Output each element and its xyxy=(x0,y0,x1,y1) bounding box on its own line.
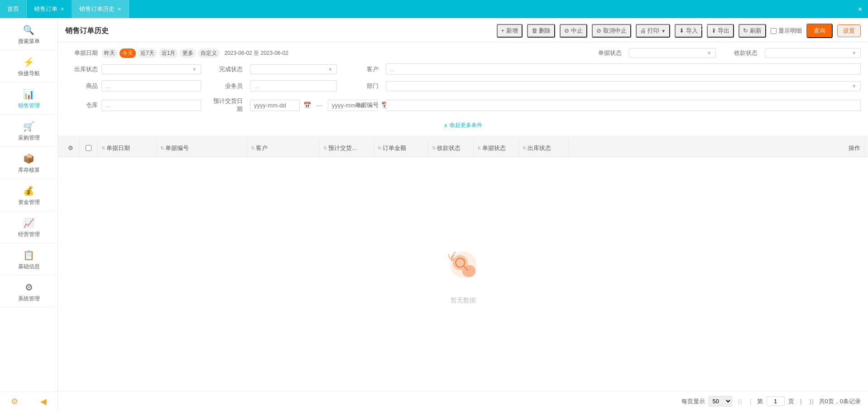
date-7days-btn[interactable]: 近7天 xyxy=(138,48,157,58)
sidebar-item-basic-info[interactable]: 📋 基础信息 xyxy=(0,243,58,276)
th-outstatus[interactable]: ⇅ 出库状态 xyxy=(519,139,569,157)
print-button[interactable]: 🖨 打印 ▼ xyxy=(636,24,671,38)
th-payment-label: 收款状态 xyxy=(437,144,460,152)
complete-status-group: 完成状态 ▼ xyxy=(210,64,337,74)
sidebar-item-system[interactable]: ⚙ 系统管理 xyxy=(0,276,58,308)
dept-arrow-icon: ▼ xyxy=(852,83,857,89)
th-outstatus-label: 出库状态 xyxy=(528,144,551,152)
date-separator: 至 xyxy=(254,50,260,56)
select-all-checkbox[interactable] xyxy=(86,145,91,151)
warehouse-ellipsis: ... xyxy=(106,102,110,109)
delivery-date-group: 预计交货日期 📅 — 📅 xyxy=(210,97,337,113)
delete-button[interactable]: 🗑 删除 xyxy=(527,24,556,38)
salesperson-field[interactable]: ... xyxy=(250,80,337,92)
date-1month-btn[interactable]: 近1月 xyxy=(159,48,178,58)
settings-button[interactable]: 设置 xyxy=(837,24,861,37)
date-custom-btn[interactable]: 自定义 xyxy=(198,48,220,58)
dept-select[interactable]: ▼ xyxy=(386,81,861,91)
th-settings[interactable]: ⚙ xyxy=(62,139,80,157)
date-end: 2023-06-02 xyxy=(260,50,288,56)
page-size-select[interactable]: 50 10 20 100 xyxy=(709,396,732,406)
sidebar-item-operations[interactable]: 📈 经营管理 xyxy=(0,211,58,243)
th-docnum-label: 单据编号 xyxy=(165,144,189,152)
th-amount[interactable]: ⇅ 订单金额 xyxy=(374,139,428,157)
new-button[interactable]: + 新增 xyxy=(497,24,523,38)
stop-button[interactable]: ⊘ 中止 xyxy=(560,24,587,38)
sidebar-item-quick-nav[interactable]: ⚡ 快捷导航 xyxy=(0,50,58,82)
sidebar-item-finance[interactable]: 💰 资金管理 xyxy=(0,179,58,211)
collapse-button[interactable]: ∧ 收起更多条件 xyxy=(65,119,861,130)
collapse-up-icon: ∧ xyxy=(444,122,448,129)
tab-home[interactable]: 首页 xyxy=(0,0,27,18)
doc-number-input[interactable] xyxy=(386,100,861,111)
th-date[interactable]: ⇅ 单据日期 xyxy=(98,139,157,157)
sidebar-settings-icon[interactable]: ⚙ xyxy=(11,396,18,406)
top-bar: 首页 销售订单 ✕ 销售订单历史 ✕ ✕ OfTEn xyxy=(0,0,868,18)
customer-field[interactable]: ... xyxy=(386,63,861,75)
sidebar-item-inventory[interactable]: 📦 库存核算 xyxy=(0,147,58,179)
date-today-btn[interactable]: 今天 xyxy=(120,48,136,58)
sidebar-item-purchase[interactable]: 🛒 采购管理 xyxy=(0,115,58,147)
page-number-input[interactable] xyxy=(767,396,785,406)
tab-sales-order-close[interactable]: ✕ xyxy=(60,6,64,12)
tab-sales-order-history-close[interactable]: ✕ xyxy=(117,6,121,12)
empty-text: 暂无数据 xyxy=(451,296,476,305)
delivery-date-start-input[interactable] xyxy=(250,100,300,111)
sidebar-item-search[interactable]: 🔍 搜索菜单 xyxy=(0,18,58,50)
purchase-icon: 🛒 xyxy=(23,121,34,132)
prev-page-btn[interactable]: ⟨ xyxy=(748,397,753,406)
delivery-date-start-cal-icon[interactable]: 📅 xyxy=(303,102,311,109)
th-payment[interactable]: ⇅ 收款状态 xyxy=(428,139,474,157)
display-detail-checkbox[interactable] xyxy=(771,28,777,34)
date-yesterday-btn[interactable]: 昨天 xyxy=(101,48,118,58)
th-customer[interactable]: ⇅ 客户 xyxy=(247,139,320,157)
payment-status-select[interactable]: ▼ xyxy=(765,48,861,58)
cancel-stop-button[interactable]: ⊘ 取消中止 xyxy=(592,24,631,38)
next-page-btn[interactable]: ⟩ xyxy=(798,397,804,406)
sidebar-item-sales[interactable]: 📊 销售管理 xyxy=(0,82,58,115)
date-range-field: 昨天 今天 近7天 近1月 更多 自定义 2023-06-02 至 2023-0… xyxy=(101,48,589,58)
th-docnum[interactable]: ⇅ 单据编号 xyxy=(157,139,247,157)
warehouse-field[interactable]: ... xyxy=(101,100,201,111)
sales-icon: 📊 xyxy=(23,89,34,100)
import-button[interactable]: ⬇ 导入 xyxy=(675,24,702,38)
date-more-btn[interactable]: 更多 xyxy=(180,48,196,58)
refresh-button[interactable]: ↻ 刷新 xyxy=(739,24,766,38)
window-close-btn[interactable]: ✕ xyxy=(858,6,863,13)
sort-delivery-icon: ⇅ xyxy=(323,145,327,150)
print-arrow-icon: ▼ xyxy=(661,29,666,34)
goods-field[interactable]: ... xyxy=(101,80,201,92)
print-label: 🖨 打印 xyxy=(640,27,660,35)
sort-docstatus-icon: ⇅ xyxy=(477,145,481,150)
sidebar-expand-icon[interactable]: ◀ xyxy=(40,396,47,406)
goods-label: 商品 xyxy=(65,82,101,90)
settings-col-icon: ⚙ xyxy=(68,145,73,151)
tab-sales-order-history-label: 销售订单历史 xyxy=(79,5,115,13)
basic-info-icon: 📋 xyxy=(23,250,34,261)
th-docstatus[interactable]: ⇅ 单据状态 xyxy=(474,139,519,157)
th-checkbox[interactable] xyxy=(80,139,98,157)
sidebar-item-operations-label: 经营管理 xyxy=(18,231,40,238)
tab-sales-order-history[interactable]: 销售订单历史 ✕ xyxy=(72,0,129,18)
last-page-btn[interactable]: ⟩⟩ xyxy=(807,397,815,406)
sidebar-item-system-label: 系统管理 xyxy=(18,295,40,303)
th-delivery-label: 预计交货... xyxy=(328,144,357,152)
total-text: 共0页，0条记录 xyxy=(819,397,861,406)
complete-status-select[interactable]: ▼ xyxy=(250,64,337,74)
th-docstatus-label: 单据状态 xyxy=(482,144,506,152)
toolbar: + 新增 🗑 删除 ⊘ 中止 ⊘ 取消中止 🖨 打印 ▼ ⬇ 导入 ⬆ 导出 ↻… xyxy=(497,24,861,38)
date-start: 2023-06-02 xyxy=(224,50,252,56)
doc-status-select[interactable]: ▼ xyxy=(629,48,716,58)
complete-status-label: 完成状态 xyxy=(210,65,246,73)
filter-area: 单据日期 昨天 今天 近7天 近1月 更多 自定义 2023-06-02 至 2… xyxy=(58,43,868,135)
tab-sales-order[interactable]: 销售订单 ✕ xyxy=(27,0,72,18)
first-page-btn[interactable]: ⟨⟨ xyxy=(736,397,744,406)
display-detail-label: 显示明细 xyxy=(778,27,802,35)
out-status-select[interactable]: ▼ xyxy=(101,64,201,74)
salesperson-label: 业务员 xyxy=(210,82,246,90)
th-date-label: 单据日期 xyxy=(106,144,130,152)
th-action: 操作 xyxy=(569,139,864,157)
th-delivery[interactable]: ⇅ 预计交货... xyxy=(320,139,374,157)
query-button[interactable]: 查询 xyxy=(806,24,833,38)
doc-status-arrow-icon: ▼ xyxy=(707,50,712,56)
